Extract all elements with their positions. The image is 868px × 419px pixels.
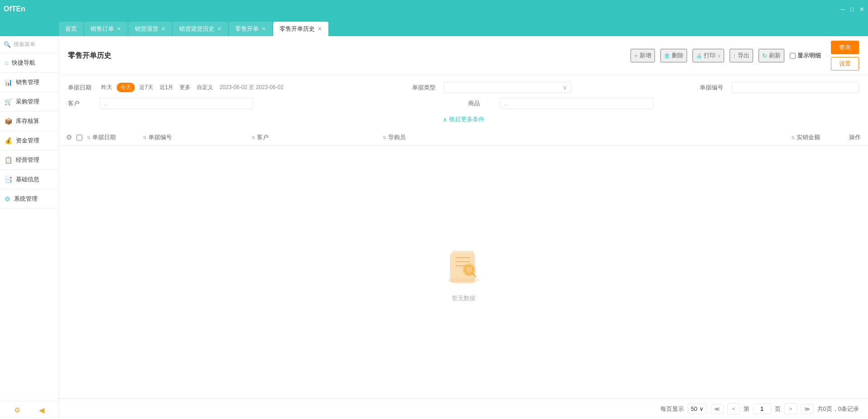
sidebar-item-system[interactable]: ⚙ 系统管理	[0, 189, 58, 209]
print-icon: 🖨	[696, 52, 702, 59]
empty-illustration	[441, 242, 486, 287]
tab-return[interactable]: 销货退货 ✕	[128, 22, 172, 36]
page-label: 页	[775, 405, 781, 413]
col-date[interactable]: ⇅ 单据日期	[87, 133, 116, 141]
app-brand: OfTEn	[4, 5, 25, 13]
sidebar-item-inventory[interactable]: 📦 库存核算	[0, 112, 58, 131]
sidebar-item-operation[interactable]: 📋 经营管理	[0, 151, 58, 170]
prev-page-button[interactable]: ＜	[727, 403, 740, 414]
sidebar-item-basic[interactable]: 📑 基础信息	[0, 170, 58, 189]
sidebar-item-label-inventory: 库存核算	[16, 117, 39, 125]
date-option-yesterday[interactable]: 昨天	[100, 83, 114, 92]
per-page-select[interactable]: 50 ∨	[688, 404, 707, 414]
tab-home[interactable]: 首页	[59, 22, 83, 36]
content-area: 零售开单历史 + 新增 🗑 删除 🖨 打印 ∨ ↑ 导出	[59, 36, 868, 419]
empty-state: 暂无数据	[59, 146, 868, 398]
close-icon[interactable]: ✕	[859, 6, 864, 13]
tab-retail-order[interactable]: 零售开单 ✕	[229, 22, 272, 36]
date-option-custom[interactable]: 自定义	[195, 83, 215, 92]
date-option-more[interactable]: 更多	[178, 83, 192, 92]
per-page-value: 50	[691, 405, 697, 412]
export-button[interactable]: ↑ 导出	[730, 49, 754, 62]
display-detail-label: 显示明细	[797, 52, 821, 60]
add-icon: +	[634, 52, 638, 59]
sidebar-item-sales[interactable]: 📊 销售管理	[0, 73, 58, 92]
settings-button[interactable]: 设置	[831, 57, 859, 71]
sidebar-item-label-quick-nav: 快捷导航	[12, 59, 35, 67]
page-number-input[interactable]	[753, 404, 771, 414]
table-header-row: ⚙ ⇅ 单据日期 ⇅ 单据编号 ⇅ 客户 ⇅ 导购员	[59, 130, 868, 146]
filter-collapse-btn[interactable]: ∧ 收起更多条件	[68, 113, 859, 125]
tab-sales-order-close[interactable]: ✕	[117, 26, 121, 32]
display-detail-checkbox[interactable]	[790, 53, 796, 59]
sort-icon-date: ⇅	[87, 135, 90, 140]
refresh-label: 刷新	[769, 52, 781, 60]
tab-sales-order[interactable]: 销售订单 ✕	[84, 22, 128, 36]
number-filter-input[interactable]	[731, 82, 859, 93]
sidebar-search[interactable]: 🔍 搜索菜单	[0, 36, 58, 53]
inventory-icon: 📦	[5, 118, 12, 125]
filter-area: 单据日期 昨天 今天 近7天 近1月 更多 自定义 2023-06-02 至 2…	[59, 75, 868, 130]
col-number[interactable]: ⇅ 单据编号	[143, 133, 233, 141]
col-date-label: 单据日期	[92, 133, 116, 141]
select-all-checkbox[interactable]	[76, 135, 82, 141]
sidebar: 🔍 搜索菜单 ⌂ 快捷导航 📊 销售管理 🛒 采购管理 📦 库存核算 💰 资金管…	[0, 36, 59, 419]
sidebar-item-label-operation: 经营管理	[16, 156, 39, 164]
print-button[interactable]: 🖨 打印 ∨	[693, 49, 724, 62]
empty-text: 暂无数据	[452, 294, 475, 302]
tab-return-history[interactable]: 销货退货历史 ✕	[173, 22, 228, 36]
next-page-button[interactable]: ＞	[784, 403, 797, 414]
sort-icon-customer: ⇅	[251, 135, 255, 140]
customer-filter-placeholder: ...	[104, 100, 109, 107]
sidebar-collapse-icon[interactable]: ◀	[39, 406, 44, 414]
tab-sales-order-label: 销售订单	[90, 25, 114, 33]
date-option-7days[interactable]: 近7天	[138, 83, 155, 92]
sidebar-item-quick-nav[interactable]: ⌂ 快捷导航	[0, 53, 58, 73]
sidebar-search-label: 搜索菜单	[14, 41, 35, 48]
table-settings-icon[interactable]: ⚙	[66, 133, 72, 141]
tab-bar: 首页 销售订单 ✕ 销货退货 ✕ 销货退货历史 ✕ 零售开单 ✕ 零售开单历史 …	[0, 18, 868, 36]
date-filter-label: 单据日期	[68, 84, 100, 92]
export-label: 导出	[738, 52, 749, 60]
type-filter-label: 单据类型	[412, 84, 444, 92]
display-detail-checkbox-wrap[interactable]: 显示明细	[790, 52, 821, 60]
date-option-1month[interactable]: 近1月	[158, 83, 175, 92]
col-salesperson[interactable]: ⇅ 导购员	[383, 133, 473, 141]
print-arrow-icon[interactable]: ∨	[717, 53, 721, 58]
first-page-button[interactable]: ≪	[711, 404, 724, 414]
tab-return-close[interactable]: ✕	[161, 26, 166, 32]
filter-row-customer: 客户 ... 商品 ...	[68, 98, 859, 109]
goods-filter-select[interactable]: ...	[500, 98, 654, 109]
date-options: 昨天 今天 近7天 近1月 更多 自定义 2023-06-02 至 2023-0…	[100, 83, 284, 92]
tab-return-label: 销货退货	[135, 25, 158, 33]
purchase-icon: 🛒	[5, 98, 12, 105]
main-layout: 🔍 搜索菜单 ⌂ 快捷导航 📊 销售管理 🛒 采购管理 📦 库存核算 💰 资金管…	[0, 36, 868, 419]
tab-retail-history-close[interactable]: ✕	[318, 26, 322, 32]
sidebar-item-purchase[interactable]: 🛒 采购管理	[0, 92, 58, 112]
print-label: 打印	[704, 52, 716, 60]
tab-retail-history-label: 零售开单历史	[280, 25, 315, 33]
tab-retail-history[interactable]: 零售开单历史 ✕	[273, 22, 328, 36]
query-button[interactable]: 查询	[831, 41, 859, 54]
maximize-icon[interactable]: □	[850, 6, 854, 13]
sidebar-item-finance[interactable]: 💰 资金管理	[0, 131, 58, 151]
sidebar-bottom: ⚙ ◀	[0, 401, 58, 419]
per-page-label: 每页显示	[660, 405, 684, 413]
type-select-arrow: ∨	[563, 84, 567, 91]
collapse-label: 收起更多条件	[449, 115, 484, 123]
refresh-button[interactable]: ↻ 刷新	[759, 49, 784, 62]
sort-icon-salesperson: ⇅	[383, 135, 386, 140]
minimize-icon[interactable]: ─	[841, 6, 845, 13]
customer-filter-select[interactable]: ...	[100, 98, 253, 109]
delete-button[interactable]: 🗑 删除	[660, 49, 687, 62]
col-customer[interactable]: ⇅ 客户	[251, 133, 342, 141]
tab-return-history-close[interactable]: ✕	[217, 26, 222, 32]
sidebar-settings-icon[interactable]: ⚙	[14, 406, 20, 414]
date-option-today[interactable]: 今天	[117, 83, 135, 92]
col-amount[interactable]: ⇅ 实销金额	[791, 133, 820, 141]
window-controls: ─ □ ✕	[841, 6, 864, 13]
add-button[interactable]: + 新增	[631, 49, 655, 62]
type-filter-select[interactable]: ∨	[444, 82, 571, 93]
tab-retail-order-close[interactable]: ✕	[261, 26, 266, 32]
last-page-button[interactable]: ≫	[801, 404, 814, 414]
